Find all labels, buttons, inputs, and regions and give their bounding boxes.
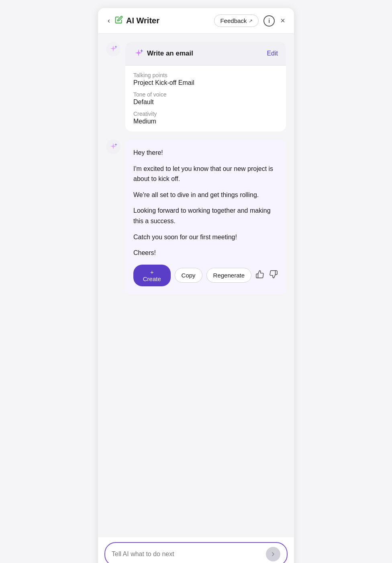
prompt-body: Talking points Project Kick-off Email To… bbox=[125, 66, 286, 132]
field-value-tone: Default bbox=[133, 99, 278, 106]
edit-button[interactable]: Edit bbox=[267, 50, 278, 57]
prompt-field-tone: Tone of voice Default bbox=[133, 91, 278, 106]
field-value-creativity: Medium bbox=[133, 118, 278, 125]
external-link-icon: ↗ bbox=[249, 18, 253, 24]
main-content: Write an email Edit Talking points Proje… bbox=[98, 34, 294, 537]
response-p3: We're all set to dive in and get things … bbox=[133, 190, 278, 200]
regenerate-button[interactable]: Regenerate bbox=[206, 268, 251, 283]
back-button[interactable]: ‹ bbox=[106, 15, 112, 27]
response-message-row: Hey there! I'm excited to let you know t… bbox=[106, 140, 286, 294]
input-bar bbox=[98, 537, 294, 563]
input-wrapper bbox=[104, 542, 288, 563]
prompt-card: Write an email Edit Talking points Proje… bbox=[125, 42, 286, 132]
feedback-button[interactable]: Feedback ↗ bbox=[214, 14, 259, 27]
prompt-field-talking-points: Talking points Project Kick-off Email bbox=[133, 72, 278, 86]
create-button[interactable]: + Create bbox=[133, 265, 171, 286]
thumbs-down-icon[interactable] bbox=[269, 270, 278, 281]
response-p1: Hey there! bbox=[133, 148, 278, 158]
response-p5: Catch you soon for our first meeting! bbox=[133, 232, 278, 242]
prompt-field-creativity: Creativity Medium bbox=[133, 111, 278, 125]
prompt-title-area: Write an email bbox=[133, 48, 193, 59]
ai-input[interactable] bbox=[112, 551, 263, 558]
field-label-talking-points: Talking points bbox=[133, 72, 278, 78]
thumbs-up-icon[interactable] bbox=[255, 270, 264, 281]
response-card: Hey there! I'm excited to let you know t… bbox=[125, 140, 286, 294]
feedback-label: Feedback bbox=[220, 17, 247, 24]
response-text: Hey there! I'm excited to let you know t… bbox=[133, 148, 278, 258]
response-p2: I'm excited to let you know that our new… bbox=[133, 164, 278, 184]
response-p4: Looking forward to working together and … bbox=[133, 205, 278, 226]
header-right: Feedback ↗ i × bbox=[214, 14, 286, 27]
copy-button[interactable]: Copy bbox=[175, 268, 202, 283]
response-p6: Cheers! bbox=[133, 248, 278, 258]
field-label-tone: Tone of voice bbox=[133, 91, 278, 98]
pencil-icon bbox=[115, 16, 123, 26]
avatar-prompt bbox=[106, 42, 120, 56]
avatar-response bbox=[106, 140, 120, 154]
close-button[interactable]: × bbox=[280, 15, 286, 26]
response-actions: + Create Copy Regenerate bbox=[133, 265, 278, 286]
prompt-card-header: Write an email Edit bbox=[125, 42, 286, 66]
header-left: ‹ AI Writer bbox=[106, 15, 214, 27]
page-title: AI Writer bbox=[126, 16, 159, 25]
prompt-message-row: Write an email Edit Talking points Proje… bbox=[106, 42, 286, 132]
info-button[interactable]: i bbox=[263, 15, 275, 27]
feedback-icons bbox=[255, 270, 278, 281]
header: ‹ AI Writer Feedback ↗ i × bbox=[98, 8, 294, 34]
send-button[interactable] bbox=[266, 547, 280, 561]
field-label-creativity: Creativity bbox=[133, 111, 278, 117]
field-value-talking-points: Project Kick-off Email bbox=[133, 79, 278, 86]
prompt-title: Write an email bbox=[147, 49, 193, 58]
